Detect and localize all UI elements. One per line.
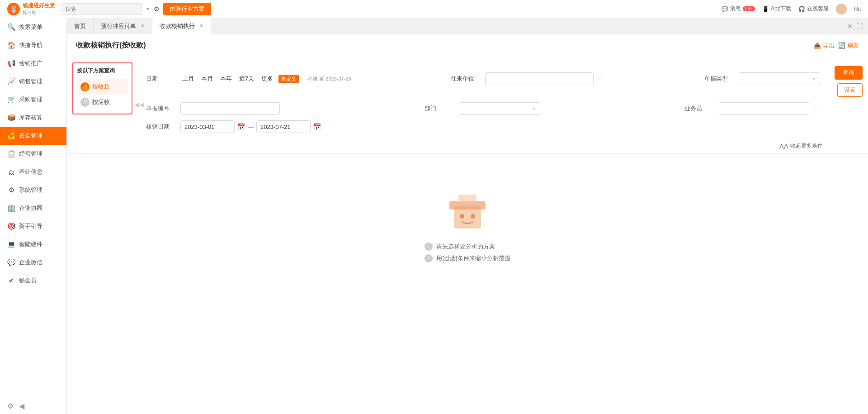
settings-bottom-icon[interactable]: ⚙ — [7, 402, 14, 410]
gear-icon[interactable]: ⚙ — [154, 5, 160, 13]
doc-type-select[interactable] — [739, 72, 820, 85]
empty-state: 1 请先选择要分析的方案 2 用[过滤]条件来缩小分析范围 — [67, 154, 868, 299]
date-7days[interactable]: 近7天 — [237, 74, 256, 84]
sidebar-item-sales[interactable]: 📈 销售管理 — [0, 72, 66, 90]
filter-receipt-icon: 💰 — [80, 82, 90, 91]
date-label: 日期 — [146, 75, 173, 83]
top-bar: 🐰 畅捷通好生意 标准版 ▼ ⚙ 体验行业方案 💬 消息 99+ 📱 App下载… — [0, 0, 868, 18]
tab-receipt-label: 收款核销执行 — [160, 22, 195, 30]
filter-actions: 查询 设置 — [827, 61, 868, 97]
custom-date-tag[interactable]: 自定义 — [278, 75, 299, 83]
tab-prepay[interactable]: 预付冲应付单 ✕ — [94, 18, 152, 34]
filter-by-receipt[interactable]: 💰 按收款 — [77, 79, 128, 95]
brand-name: 畅捷通好生意 — [23, 2, 55, 10]
refresh-btn[interactable]: 🔄 刷新 — [838, 42, 859, 50]
tab-prepay-close-icon[interactable]: ✕ — [141, 23, 145, 29]
svg-point-4 — [471, 214, 475, 219]
basic-info-icon: 🗂 — [7, 168, 15, 176]
sidebar-item-marketing[interactable]: 📢 营销推广 — [0, 54, 66, 72]
sidebar-item-operations[interactable]: 📋 经营管理 — [0, 145, 66, 163]
filter-sidebar-title: 按以下方案查询 — [77, 67, 128, 75]
filter-settings-btn[interactable]: 设置 — [837, 83, 863, 97]
sidebar-label-inventory: 库存核算 — [19, 114, 42, 122]
counterparty-ellipsis-icon[interactable]: ··· — [595, 75, 604, 82]
dropdown-arrow-icon[interactable]: ▼ — [146, 6, 150, 11]
export-label: 导出 — [823, 42, 835, 50]
collapse-sidebar-icon[interactable]: ◀ — [19, 402, 24, 410]
date-separator: — — [248, 124, 254, 130]
sidebar-item-guide[interactable]: 🎯 新手引导 — [0, 217, 66, 235]
filter-receipt-label: 按收款 — [92, 83, 110, 91]
tab-home[interactable]: 首页 — [67, 18, 94, 34]
write-off-end-input[interactable] — [256, 120, 311, 133]
date-note-wrapper: 不限 至 2023-07-26 — [308, 76, 351, 82]
doc-number-input[interactable] — [180, 102, 280, 115]
write-off-start-input[interactable] — [180, 120, 235, 133]
sidebar-item-wechat[interactable]: 💬 企业微信 — [0, 253, 66, 271]
message-icon: 💬 — [722, 6, 728, 12]
step-1-text: 请先选择要分析的方案 — [436, 243, 495, 251]
end-calendar-icon[interactable]: 📅 — [313, 123, 321, 130]
date-this-month[interactable]: 本月 — [199, 74, 215, 84]
empty-steps: 1 请先选择要分析的方案 2 用[过滤]条件来缩小分析范围 — [425, 243, 510, 262]
close-all-icon[interactable]: ✕ — [847, 23, 853, 30]
sidebar-item-quick-nav[interactable]: 🏠 快捷导航 — [0, 36, 66, 54]
maximize-icon[interactable]: ⛶ — [856, 23, 863, 30]
avatar — [836, 4, 847, 14]
filter-sidebar-container: 按以下方案查询 💰 按收款 ⏱ 按应收 — [67, 55, 146, 153]
sidebar-item-finance[interactable]: 💰 资金管理 — [0, 127, 66, 145]
sidebar-item-member[interactable]: ✔ 畅会员 — [0, 271, 66, 290]
export-btn[interactable]: 📤 导出 — [814, 42, 835, 50]
sidebar-item-system[interactable]: ⚙ 系统管理 — [0, 181, 66, 199]
page-header-actions: 📤 导出 🔄 刷新 — [814, 42, 859, 50]
sidebar-label-operations: 经营管理 — [19, 150, 42, 158]
salesperson-input[interactable] — [719, 102, 809, 115]
counterparty-input[interactable] — [485, 72, 594, 85]
query-btn[interactable]: 查询 — [835, 66, 863, 80]
search-input[interactable] — [61, 3, 142, 15]
salesperson-ellipsis-icon[interactable]: ··· — [811, 105, 820, 112]
sales-icon: 📈 — [7, 77, 15, 86]
tab-receipt[interactable]: 收款核销执行 ✕ — [152, 18, 211, 34]
filter-by-receivable[interactable]: ⏱ 按应收 — [77, 95, 128, 110]
online-service-btn[interactable]: 🎧 在线客服 — [798, 5, 829, 13]
filter-receivable-label: 按应收 — [92, 98, 110, 106]
dept-select[interactable] — [459, 102, 540, 115]
sidebar-item-search[interactable]: 🔍 搜索菜单 — [0, 18, 66, 36]
sidebar-item-inventory[interactable]: 📦 库存核算 — [0, 109, 66, 127]
solution-btn[interactable]: 体验行业方案 — [163, 3, 211, 15]
user-name: Rit — [854, 6, 861, 12]
svg-point-3 — [460, 214, 464, 219]
main-content: 首页 预付冲应付单 ✕ 收款核销执行 ✕ ✕ ⛶ 收款核销执行(按收款) — [67, 18, 868, 414]
finance-icon: 💰 — [7, 132, 15, 140]
collapse-more-btn[interactable]: ⋀⋀ 收起更多条件 — [779, 142, 823, 150]
doc-type-label: 单据类型 — [704, 75, 731, 83]
service-icon: 🎧 — [798, 6, 805, 12]
collapse-label: 收起更多条件 — [790, 142, 823, 150]
service-label: 在线客服 — [807, 5, 829, 13]
tab-receipt-close-icon[interactable]: ✕ — [199, 23, 203, 29]
filter-options-box: 按以下方案查询 💰 按收款 ⏱ 按应收 — [72, 62, 132, 114]
filter-row-2: 单据编号 部门 ▼ 业务员 — [146, 102, 868, 115]
tab-bar: 首页 预付冲应付单 ✕ 收款核销执行 ✕ ✕ ⛶ — [67, 18, 868, 34]
date-last-month[interactable]: 上月 — [180, 74, 196, 84]
date-more[interactable]: 更多 — [259, 74, 275, 84]
tab-bar-actions: ✕ ⛶ — [847, 23, 868, 30]
sidebar: 🔍 搜索菜单 🏠 快捷导航 📢 营销推广 📈 销售管理 🛒 采购管理 📦 库存核… — [0, 18, 67, 414]
sidebar-collapse-btn[interactable]: ◀◀ — [132, 55, 146, 153]
date-range: 📅 — 📅 — [180, 120, 321, 133]
sidebar-item-enterprise[interactable]: 🏢 企业协同 — [0, 199, 66, 217]
sidebar-label-basic-info: 基础信息 — [19, 168, 42, 176]
message-btn[interactable]: 💬 消息 99+ — [722, 5, 755, 13]
sidebar-label-purchase: 采购管理 — [19, 95, 42, 104]
start-calendar-icon[interactable]: 📅 — [237, 123, 245, 130]
app-download-btn[interactable]: 📱 App下载 — [762, 5, 791, 13]
message-label: 消息 — [730, 5, 741, 13]
tab-home-label: 首页 — [74, 22, 86, 30]
filter-form-area: 日期 上月 本月 本年 近7天 更多 自定义 不限 至 2023-07-26 — [146, 55, 868, 153]
date-this-year[interactable]: 本年 — [218, 74, 234, 84]
sidebar-item-purchase[interactable]: 🛒 采购管理 — [0, 90, 66, 109]
sidebar-item-hardware[interactable]: 💻 智能硬件 — [0, 235, 66, 253]
sidebar-item-basic-info[interactable]: 🗂 基础信息 — [0, 163, 66, 181]
marketing-icon: 📢 — [7, 59, 15, 67]
